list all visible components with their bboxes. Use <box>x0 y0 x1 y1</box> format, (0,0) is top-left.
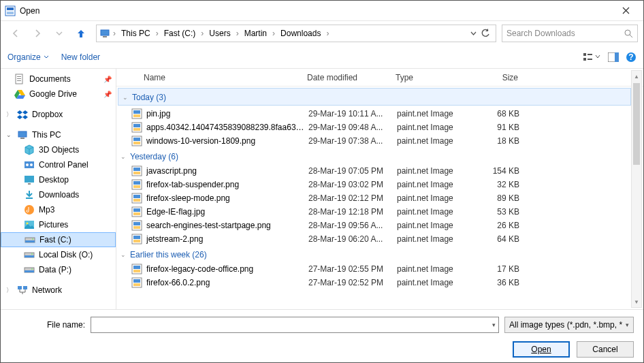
file-row[interactable]: firefox-tab-suspender.png 28-Mar-19 03:0… <box>116 178 643 191</box>
file-row[interactable]: pin.jpg 29-Mar-19 10:11 A... paint.net I… <box>116 107 643 121</box>
svg-rect-50 <box>133 168 140 171</box>
sidebar-network[interactable]: 〉 Network <box>1 283 116 298</box>
image-file-icon <box>131 206 142 217</box>
group-header[interactable]: ⌄ Earlier this week (26) <box>116 246 643 262</box>
col-date[interactable]: Date modified <box>307 73 396 82</box>
file-type: paint.net Image <box>397 180 472 189</box>
crumb-downloads[interactable]: Downloads <box>278 27 323 40</box>
file-row[interactable]: search-engines-test-startpage.png 28-Mar… <box>116 219 643 232</box>
back-button[interactable] <box>6 24 25 43</box>
sidebar-item-label: 3D Objects <box>39 145 79 155</box>
sidebar-item-label: Documents <box>29 74 71 84</box>
up-button[interactable] <box>71 24 91 43</box>
file-name: firefox-legacy-code-office.png <box>146 264 308 274</box>
sidebar-item[interactable]: Mp3 <box>1 202 116 217</box>
organize-menu[interactable]: Organize <box>7 52 49 62</box>
svg-rect-56 <box>133 195 140 198</box>
svg-rect-65 <box>133 236 140 239</box>
scrollbar-thumb[interactable] <box>633 83 640 165</box>
file-row[interactable]: Edge-IE-flag.jpg 28-Mar-19 12:18 PM pain… <box>116 205 643 219</box>
file-date: 29-Mar-19 10:11 A... <box>308 109 397 119</box>
group-header[interactable]: ⌄ Today (3) <box>118 88 631 106</box>
file-row[interactable]: apps.40342.14047435839088239.8faa635f-..… <box>116 121 643 134</box>
pc-icon <box>99 28 110 39</box>
image-file-icon <box>131 264 142 274</box>
col-name[interactable]: Name <box>144 73 307 82</box>
filename-input[interactable]: ▾ <box>91 317 499 333</box>
sidebar-item[interactable]: Documents 📌 <box>1 72 116 86</box>
file-size: 17 KB <box>472 264 519 274</box>
close-button[interactable] <box>612 1 639 20</box>
group-label: Yesterday (6) <box>130 152 178 161</box>
sidebar-item[interactable]: Downloads <box>1 187 116 202</box>
svg-rect-69 <box>133 270 140 272</box>
open-button[interactable]: Open <box>513 341 570 358</box>
file-size: 154 KB <box>472 166 519 176</box>
scroll-up-icon[interactable]: ▲ <box>632 71 641 82</box>
sidebar-item[interactable]: Desktop <box>1 172 116 187</box>
svg-point-37 <box>31 268 33 270</box>
svg-rect-11 <box>615 52 619 62</box>
crumb-user[interactable]: Martin <box>242 27 270 40</box>
svg-rect-54 <box>133 185 140 188</box>
refresh-button[interactable] <box>481 29 490 38</box>
preview-pane-button[interactable] <box>608 52 619 62</box>
svg-rect-68 <box>133 266 140 269</box>
file-row[interactable]: firefox-sleep-mode.png 28-Mar-19 02:12 P… <box>116 191 643 205</box>
help-button[interactable]: ? <box>626 52 637 63</box>
sidebar-item[interactable]: Google Drive 📌 <box>1 86 116 101</box>
sidebar-item[interactable]: Control Panel <box>1 157 116 172</box>
file-row[interactable]: javascript.png 28-Mar-19 07:05 PM paint.… <box>116 164 643 178</box>
col-size[interactable]: Size <box>470 73 518 82</box>
down-icon <box>24 189 35 200</box>
file-row[interactable]: jetstream-2.png 28-Mar-19 06:20 A... pai… <box>116 232 643 246</box>
file-row[interactable]: firefox-66.0.2.png 27-Mar-19 02:52 PM pa… <box>116 276 643 289</box>
svg-rect-7 <box>583 58 586 61</box>
sidebar-item[interactable]: Pictures <box>1 217 116 232</box>
scrollbar[interactable]: ▲ ▼ <box>631 70 642 308</box>
crumb-drive[interactable]: Fast (C:) <box>161 27 199 40</box>
sidebar-thispc[interactable]: ⌄ This PC <box>1 127 116 142</box>
cancel-button[interactable]: Cancel <box>577 341 634 358</box>
svg-rect-42 <box>133 114 140 117</box>
file-size: 64 KB <box>472 234 519 244</box>
file-size: 32 KB <box>472 180 519 189</box>
svg-text:?: ? <box>628 52 633 62</box>
chevron-down-icon <box>44 54 49 60</box>
sidebar-item[interactable]: Data (P:) <box>1 262 116 277</box>
search-input[interactable]: Search Downloads <box>502 25 638 42</box>
file-row[interactable]: windows-10-version-1809.png 29-Mar-19 07… <box>116 134 643 148</box>
svg-point-28 <box>27 223 29 225</box>
chevron-down-icon[interactable]: ▾ <box>492 321 496 328</box>
breadcrumb[interactable]: › This PC › Fast (C:) › Users › Martin ›… <box>96 25 496 42</box>
crumb-thispc[interactable]: This PC <box>118 27 153 40</box>
search-icon <box>624 29 633 38</box>
group-header[interactable]: ⌄ Yesterday (6) <box>116 148 643 164</box>
svg-rect-38 <box>18 286 22 289</box>
image-file-icon <box>131 277 142 288</box>
scroll-down-icon[interactable]: ▼ <box>632 296 641 307</box>
svg-rect-59 <box>133 208 140 212</box>
sidebar-item[interactable]: Fast (C:) <box>1 232 116 247</box>
sidebar-item[interactable]: 3D Objects <box>1 142 116 157</box>
breadcrumb-dropdown[interactable] <box>470 31 477 37</box>
chevron-down-icon: ⌄ <box>6 131 13 138</box>
col-type[interactable]: Type <box>396 73 470 82</box>
file-type: paint.net Image <box>397 193 472 203</box>
forward-button[interactable] <box>28 24 47 43</box>
new-folder-button[interactable]: New folder <box>61 52 100 62</box>
column-headers[interactable]: Name Date modified Type Size <box>116 69 643 86</box>
file-date: 27-Mar-19 02:55 PM <box>308 264 397 274</box>
image-file-icon <box>131 220 142 231</box>
svg-point-21 <box>26 163 29 166</box>
crumb-users[interactable]: Users <box>206 27 233 40</box>
sidebar-item-label: Mp3 <box>39 205 54 215</box>
svg-rect-9 <box>587 59 592 60</box>
sidebar-dropbox[interactable]: 〉 Dropbox <box>1 107 116 122</box>
view-options-button[interactable] <box>583 52 601 62</box>
recent-dropdown[interactable] <box>50 24 69 43</box>
file-row[interactable]: firefox-legacy-code-office.png 27-Mar-19… <box>116 262 643 276</box>
file-size: 26 KB <box>472 221 519 230</box>
sidebar-item[interactable]: Local Disk (O:) <box>1 247 116 262</box>
filetype-filter[interactable]: All image types (*.pdn, *.bmp, * ▾ <box>504 317 634 333</box>
